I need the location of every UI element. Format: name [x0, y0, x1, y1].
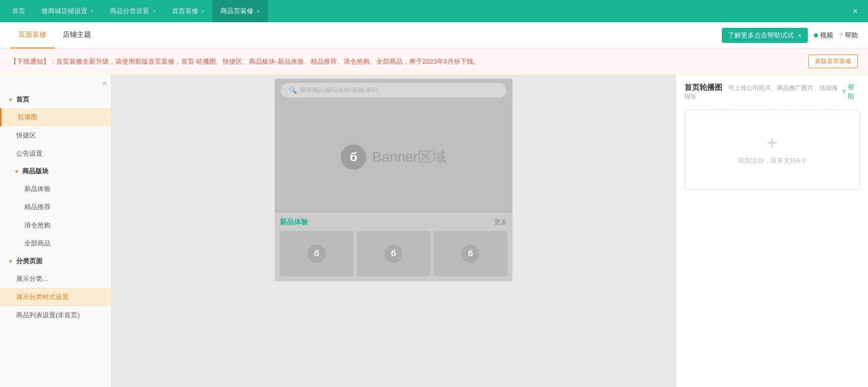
help-banner: 了解更多点击帮助试试 × — [722, 28, 808, 43]
product-item-2: б — [357, 231, 430, 276]
sidebar-item-product-list-settings[interactable]: 商品列表设置(非首页) — [0, 306, 111, 324]
tab-close-store-settings[interactable]: × — [91, 8, 94, 14]
preview-phone: 🔍 搜索商品编码/名称/规格/条码 б Banner区域 新品体验 更多 — [275, 79, 512, 281]
help-question-icon: ? — [842, 88, 845, 96]
question-icon: ? — [839, 31, 843, 39]
sidebar: « ▼ 首页 轮播图 快捷区 公告设置 ▼ 商品版块 新品体验 精品推荐 清仓抢… — [0, 75, 111, 387]
tab-category-settings[interactable]: 商品分类设置 × — [102, 0, 163, 22]
help-link[interactable]: ? 帮助 — [839, 31, 858, 40]
new-homepage-decor-button[interactable]: 新版首页装修 — [808, 55, 858, 68]
product-item-1: б — [280, 231, 354, 276]
sidebar-group-category[interactable]: ▼ 分类页面 — [0, 253, 111, 270]
banner-text: Banner区域 — [372, 148, 446, 167]
sidebar-item-quality-recommend[interactable]: 精品推荐 — [0, 198, 111, 216]
product-item-3: б — [433, 231, 507, 276]
product-section-header: 新品体验 更多 — [280, 218, 507, 227]
tab-home[interactable]: 首页 — [4, 0, 33, 22]
tab-close-category-settings[interactable]: × — [152, 8, 155, 14]
search-icon: 🔍 — [289, 86, 297, 94]
tab-product-decor[interactable]: 商品页装修 × — [212, 0, 268, 22]
arrow-icon-product: ▼ — [14, 169, 19, 174]
add-banner-area[interactable]: + 添加活动，最多支持6个 — [684, 109, 860, 190]
sidebar-item-new-experience[interactable]: 新品体验 — [0, 180, 111, 198]
tab-close-product-decor[interactable]: × — [256, 8, 259, 14]
product-section-title: 新品体验 — [280, 218, 308, 227]
sidebar-item-shortcut[interactable]: 快捷区 — [0, 126, 111, 144]
product-icon-3: б — [461, 245, 480, 263]
sub-nav: 页面装修 店铺主题 了解更多点击帮助试试 × 视频 ? 帮助 — [0, 22, 868, 49]
add-label: 添加活动，最多支持6个 — [737, 156, 807, 165]
tab-bar: 首页 微商城店铺设置 × 商品分类设置 × 首页装修 × 商品页装修 × × — [0, 0, 868, 22]
preview-area: 🔍 搜索商品编码/名称/规格/条码 б Banner区域 新品体验 更多 — [111, 75, 676, 387]
help-banner-text: 了解更多点击帮助试试 — [728, 31, 794, 40]
video-link[interactable]: 视频 — [814, 31, 833, 40]
help-banner-close[interactable]: × — [798, 31, 802, 39]
search-input-preview: 🔍 搜索商品编码/名称/规格/条码 — [281, 83, 506, 98]
window-close-button[interactable]: × — [846, 6, 864, 17]
sidebar-item-notice-settings[interactable]: 公告设置 — [0, 144, 111, 163]
tab-store-theme[interactable]: 店铺主题 — [55, 22, 99, 49]
video-dot-icon — [814, 33, 818, 37]
sidebar-item-clearance[interactable]: 清仓抢购 — [0, 216, 111, 234]
arrow-icon: ▼ — [8, 97, 13, 103]
collapse-btn-area: « — [0, 75, 111, 91]
collapse-icon[interactable]: « — [103, 79, 107, 87]
product-section: 新品体验 更多 б б б — [275, 213, 512, 281]
banner-logo: б Banner区域 — [341, 144, 446, 170]
banner-area: б Banner区域 — [275, 102, 512, 213]
tab-homepage-decor[interactable]: 首页装修 × — [164, 0, 212, 22]
panel-header: 首页轮播图 可上传公司照片、商品推广图片、活动海报等 ? 帮助 — [684, 83, 860, 101]
sidebar-item-carousel[interactable]: 轮播图 — [0, 108, 111, 126]
panel-help-link[interactable]: ? 帮助 — [842, 83, 860, 101]
sidebar-item-all-products[interactable]: 全部商品 — [0, 234, 111, 253]
arrow-icon-category: ▼ — [8, 259, 13, 264]
sidebar-item-show-category[interactable]: 展示分类... — [0, 270, 111, 288]
sidebar-group-product-block[interactable]: ▼ 商品版块 — [0, 163, 111, 180]
sidebar-group-home[interactable]: ▼ 首页 — [0, 91, 111, 108]
main-layout: « ▼ 首页 轮播图 快捷区 公告设置 ▼ 商品版块 新品体验 精品推荐 清仓抢… — [0, 75, 868, 387]
tab-store-settings[interactable]: 微商城店铺设置 × — [33, 0, 102, 22]
notice-text: 【下线通知】：首页装修全新升级，请使用新版首页装修，首页-轮播图、快捷区、商品板… — [10, 57, 802, 66]
notice-bar: 【下线通知】：首页装修全新升级，请使用新版首页装修，首页-轮播图、快捷区、商品板… — [0, 49, 868, 75]
product-more-link[interactable]: 更多 — [494, 218, 507, 227]
sidebar-item-show-category-style[interactable]: 展示分类样式设置 — [0, 288, 111, 306]
product-icon-1: б — [308, 245, 326, 263]
tab-page-decor[interactable]: 页面装修 — [10, 22, 55, 49]
product-grid: б б б — [280, 231, 507, 276]
search-placeholder: 搜索商品编码/名称/规格/条码 — [300, 86, 378, 94]
help-actions: 视频 ? 帮助 — [814, 31, 858, 40]
preview-search-bar: 🔍 搜索商品编码/名称/规格/条码 — [275, 79, 512, 102]
add-plus-icon: + — [767, 134, 777, 152]
right-panel: 首页轮播图 可上传公司照片、商品推广图片、活动海报等 ? 帮助 + 添加活动，最… — [676, 75, 868, 387]
product-icon-2: б — [384, 245, 403, 263]
panel-title-area: 首页轮播图 可上传公司照片、商品推广图片、活动海报等 — [684, 83, 842, 101]
panel-title: 首页轮播图 — [684, 83, 722, 91]
banner-b-icon: б — [341, 144, 366, 170]
tab-close-homepage-decor[interactable]: × — [201, 8, 204, 14]
